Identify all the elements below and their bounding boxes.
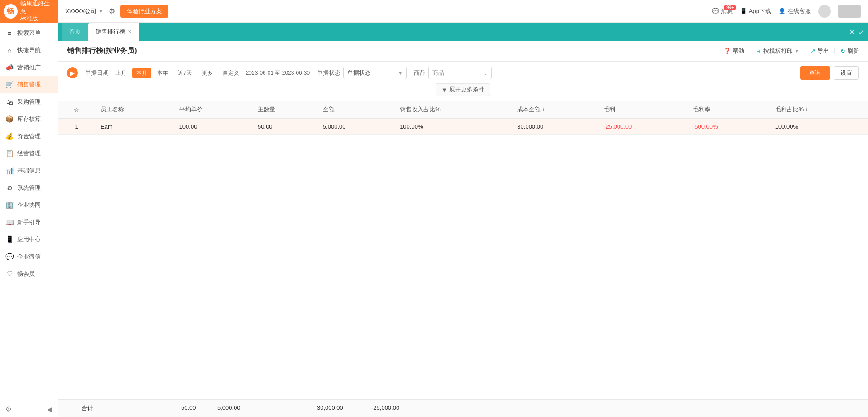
- date-btn-custom[interactable]: 自定义: [219, 68, 243, 78]
- nav-icon-inventory: 📦: [5, 115, 14, 123]
- footer-cells: 合计 50.00 5,000.00 30,000.00 -25,000.00: [63, 404, 863, 412]
- goods-input[interactable]: 商品 ...: [428, 67, 492, 79]
- restore-tab-btn[interactable]: ⤢: [858, 28, 864, 36]
- tab-close-icon[interactable]: ✕: [128, 29, 132, 35]
- cell-amount: 5,000.00: [317, 119, 394, 135]
- company-select[interactable]: XXXXX公司 ▼: [65, 7, 103, 15]
- footer-qty: 50.00: [181, 404, 217, 412]
- sidebar-item-enterprise[interactable]: 🏢 企业协同: [0, 197, 58, 214]
- nav-icon-purchase: 🛍: [5, 98, 14, 106]
- sidebar-item-marketing[interactable]: 📣 营销推广: [0, 59, 58, 76]
- message-button[interactable]: 💬 消息 99+: [712, 7, 733, 15]
- status-select[interactable]: 单据状态 ▼: [343, 67, 407, 79]
- print-icon: 🖨: [756, 48, 762, 54]
- page-title: 销售排行榜(按业务员): [67, 46, 137, 56]
- date-buttons: 上月 本月 本年 近7天 更多 自定义: [111, 68, 243, 78]
- cell-gross: -25,000.00: [598, 119, 687, 135]
- refresh-button[interactable]: ↻ 刷新: [840, 47, 859, 55]
- query-button[interactable]: 查询: [800, 66, 830, 80]
- sidebar-item-inventory[interactable]: 📦 库存核算: [0, 110, 58, 128]
- sidebar-item-finance[interactable]: 💰 资金管理: [0, 128, 58, 145]
- app-download-button[interactable]: 📱 App下载: [740, 7, 771, 15]
- settings-icon[interactable]: ⚙: [5, 405, 12, 413]
- nav-label-basic-info: 基础信息: [17, 167, 41, 175]
- sidebar-item-basic-info[interactable]: 📊 基础信息: [0, 162, 58, 179]
- divider2: [805, 48, 805, 54]
- date-btn-more[interactable]: 更多: [198, 68, 217, 78]
- avatar2: [838, 5, 861, 18]
- company-name: XXXXX公司: [65, 7, 96, 15]
- footer-avg-price: [136, 404, 181, 412]
- tab-home[interactable]: 首页: [62, 23, 88, 41]
- nav-icon-sales: 🛒: [5, 81, 14, 89]
- data-table: ☆ 员工名称 平均单价 主数量 全额 销售收入占比% 成本全额 ℹ 毛利 毛利率…: [58, 101, 868, 135]
- nav-icon-operations: 📋: [5, 149, 14, 158]
- nav-icon-marketing: 📣: [5, 63, 14, 72]
- table-header: ☆ 员工名称 平均单价 主数量 全额 销售收入占比% 成本全额 ℹ 毛利 毛利率…: [58, 101, 868, 119]
- nav-label-app-center: 应用中心: [17, 235, 41, 244]
- avatar: [818, 5, 831, 18]
- gear-icon[interactable]: ⚙: [109, 7, 115, 15]
- nav-icon-wechat: 💬: [5, 253, 14, 261]
- date-btn-7days[interactable]: 近7天: [174, 68, 196, 78]
- sidebar-nav: ≡ 搜索菜单 ⌂ 快捷导航 📣 营销推广 🛒 销售管理 🛍 采购管理 📦 库存核…: [0, 23, 58, 401]
- expand-label: 展开更多条件: [449, 86, 484, 94]
- footer-sales-pct: [263, 404, 317, 412]
- footer-rank-cell: [63, 404, 82, 412]
- footer-amount: 5,000.00: [217, 404, 263, 412]
- online-service-button[interactable]: 👤 在线客服: [778, 7, 811, 15]
- help-button[interactable]: ❓ 帮助: [724, 47, 744, 55]
- gross-pct-info-icon[interactable]: ℹ: [806, 107, 807, 112]
- trial-button[interactable]: 体验行业方案: [120, 5, 168, 18]
- sidebar-item-quick-nav[interactable]: ⌂ 快捷导航: [0, 42, 58, 59]
- col-name: 员工名称: [95, 101, 173, 119]
- sidebar-item-member[interactable]: ♡ 畅会员: [0, 265, 58, 283]
- export-button[interactable]: ↗ 导出: [810, 47, 829, 55]
- sidebar-item-purchase[interactable]: 🛍 采购管理: [0, 93, 58, 110]
- logo-text: 畅康通好生意 标准版: [20, 0, 54, 23]
- nav-label-marketing: 营销推广: [17, 63, 41, 72]
- col-avg-price: 平均单价: [174, 101, 252, 119]
- date-btn-this-year[interactable]: 本年: [153, 68, 172, 78]
- tab-sales-ranking[interactable]: 销售排行榜 ✕: [88, 23, 139, 41]
- settings-button[interactable]: 设置: [834, 66, 859, 80]
- nav-icon-enterprise: 🏢: [5, 201, 14, 209]
- sidebar-item-operations[interactable]: 📋 经营管理: [0, 145, 58, 162]
- date-btn-last-month[interactable]: 上月: [111, 68, 130, 78]
- nav-icon-system: ⚙: [5, 184, 14, 192]
- status-chevron-icon: ▼: [398, 71, 403, 76]
- sidebar-item-guide[interactable]: 📖 新手引导: [0, 214, 58, 231]
- more-icon: ...: [483, 70, 488, 76]
- filter-toggle-btn[interactable]: ▶: [67, 67, 78, 78]
- sidebar-item-system[interactable]: ⚙ 系统管理: [0, 179, 58, 197]
- sidebar: 畅 畅康通好生意 标准版 ≡ 搜索菜单 ⌂ 快捷导航 📣 营销推广 🛒 销售管理…: [0, 0, 58, 417]
- close-tab-btn[interactable]: ✕: [849, 28, 855, 36]
- col-rank: ☆: [58, 101, 95, 119]
- cost-info-icon[interactable]: ℹ: [542, 107, 544, 112]
- col-gross-rate: 毛利率: [687, 101, 770, 119]
- col-sales-pct: 销售收入占比%: [394, 101, 512, 119]
- expand-button[interactable]: ▼ 展开更多条件: [436, 83, 490, 96]
- table-row: 1 Eam 100.00 50.00 5,000.00 100.00% 30,0…: [58, 119, 868, 135]
- print-dropdown-icon: ▼: [795, 48, 799, 53]
- sidebar-item-sales[interactable]: 🛒 销售管理: [0, 76, 58, 93]
- nav-label-member: 畅会员: [17, 270, 35, 278]
- collapse-icon[interactable]: ◀: [47, 406, 52, 413]
- sidebar-item-search-order[interactable]: ≡ 搜索菜单: [0, 24, 58, 42]
- help-icon: ❓: [724, 48, 731, 54]
- goods-placeholder: 商品: [432, 69, 444, 77]
- sidebar-bottom: ⚙ ◀: [0, 401, 58, 417]
- sidebar-item-wechat[interactable]: 💬 企业微信: [0, 248, 58, 265]
- query-action-area: 查询 设置: [800, 66, 859, 80]
- nav-label-guide: 新手引导: [17, 218, 41, 226]
- filter-row: ▶ 单据日期 上月 本月 本年 近7天 更多 自定义 2023-06-01 至 …: [67, 66, 859, 80]
- footer-cost: 30,000.00: [317, 404, 371, 412]
- date-range: 2023-06-01 至 2023-06-30: [246, 69, 310, 77]
- date-btn-this-month[interactable]: 本月: [132, 68, 151, 78]
- table-footer: 合计 50.00 5,000.00 30,000.00 -25,000.00: [58, 399, 868, 417]
- goods-filter: 商品 商品 ...: [414, 67, 492, 79]
- table-container: ☆ 员工名称 平均单价 主数量 全额 销售收入占比% 成本全额 ℹ 毛利 毛利率…: [58, 101, 868, 399]
- print-button[interactable]: 🖨 按模板打印 ▼: [756, 47, 799, 55]
- divider3: [834, 48, 835, 54]
- sidebar-item-app-center[interactable]: 📱 应用中心: [0, 231, 58, 248]
